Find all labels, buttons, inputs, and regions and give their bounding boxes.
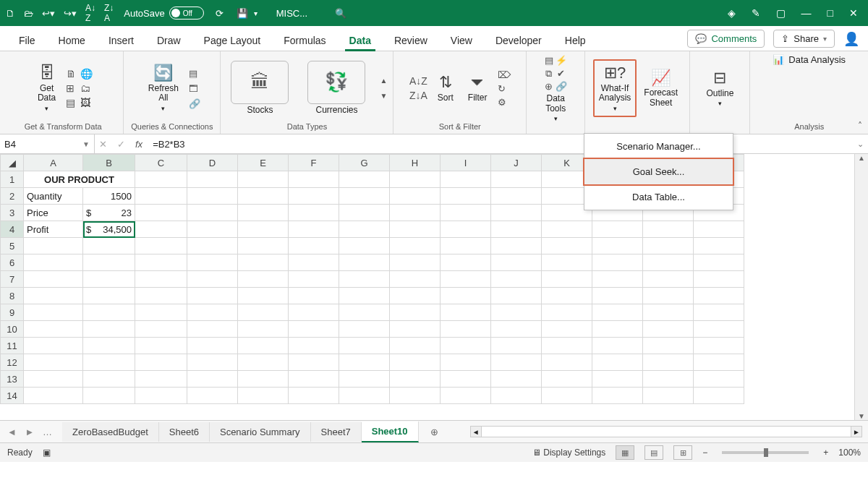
account-icon[interactable]: 👤	[843, 31, 859, 47]
name-box[interactable]: B4 ▼	[0, 134, 95, 153]
col-header[interactable]: J	[491, 155, 542, 171]
page-layout-view-button[interactable]: ▤	[644, 445, 663, 460]
filter-button[interactable]: ⏷Filter	[464, 72, 492, 104]
queries-icon[interactable]: ▤	[189, 68, 200, 79]
open-file-icon[interactable]: 🗁	[24, 8, 33, 19]
sheet-nav[interactable]: ◄ ► …	[0, 427, 62, 437]
row-header[interactable]: 9	[1, 304, 24, 321]
existing-conn-icon[interactable]: ▤	[66, 97, 76, 108]
clear-filter-icon[interactable]: ⌦	[498, 69, 511, 80]
row-header[interactable]: 1	[1, 171, 24, 188]
tab-home[interactable]: Home	[48, 30, 95, 51]
forecast-sheet-button[interactable]: 📈Forecast Sheet	[639, 67, 682, 110]
get-data-button[interactable]: 🗄Get Data▾	[33, 62, 60, 114]
row-header[interactable]: 11	[1, 338, 24, 354]
record-macro-icon[interactable]: ▣	[43, 448, 51, 458]
scroll-down-icon[interactable]: ▼	[858, 412, 865, 420]
row-header[interactable]: 2	[1, 188, 24, 205]
formula-input[interactable]: =B2*B3	[153, 139, 184, 150]
from-table-icon[interactable]: ⊞	[66, 82, 76, 94]
tab-page-layout[interactable]: Page Layout	[194, 30, 271, 51]
from-text-icon[interactable]: 🗎	[66, 68, 76, 80]
cell[interactable]: Profit	[24, 221, 83, 238]
tab-view[interactable]: View	[441, 30, 482, 51]
new-file-icon[interactable]: 🗋	[6, 8, 15, 19]
cell[interactable]: 1500	[83, 188, 135, 205]
sheet-tab[interactable]: ZeroBasedBudget	[62, 422, 159, 442]
col-header[interactable]: G	[339, 155, 390, 171]
row-header[interactable]: 4	[1, 221, 24, 238]
tab-help[interactable]: Help	[555, 30, 596, 51]
stocks-button[interactable]: 🏛Stocks	[226, 59, 293, 117]
fx-icon[interactable]: fx	[135, 139, 142, 150]
advanced-icon[interactable]: ⚙	[498, 97, 511, 108]
row-header[interactable]: 5	[1, 238, 24, 254]
sync-icon[interactable]: ⟳	[216, 8, 224, 19]
share-button[interactable]: ⇪Share▾	[773, 30, 835, 48]
col-header[interactable]: E	[238, 155, 289, 171]
ribbon-mode-icon[interactable]: ▢	[776, 7, 786, 19]
col-header[interactable]: I	[441, 155, 491, 171]
col-header[interactable]: F	[289, 155, 339, 171]
horizontal-scrollbar[interactable]: ◄►	[470, 426, 862, 437]
enter-entry-icon[interactable]: ✓	[117, 139, 125, 150]
cell[interactable]: $23	[83, 205, 135, 221]
sort-za-icon[interactable]: Z↓A	[409, 90, 427, 101]
row-header[interactable]: 8	[1, 288, 24, 304]
data-analysis-button[interactable]: 📊Data Analysis	[773, 54, 846, 65]
normal-view-button[interactable]: ▦	[616, 445, 634, 460]
outline-button[interactable]: ⊟Outline▾	[702, 67, 738, 108]
chevron-down-icon[interactable]: ▼	[82, 140, 90, 148]
row-header[interactable]: 14	[1, 388, 24, 404]
row-header[interactable]: 7	[1, 271, 24, 288]
row-header[interactable]: 13	[1, 371, 24, 388]
active-cell[interactable]: $34,500	[83, 221, 135, 238]
tab-formulas[interactable]: Formulas	[273, 30, 336, 51]
recent-sources-icon[interactable]: 🗂	[80, 82, 93, 94]
reapply-icon[interactable]: ↻	[498, 83, 511, 94]
properties-icon[interactable]: 🗔	[189, 83, 200, 94]
scroll-down-icon[interactable]: ▼	[380, 92, 387, 100]
currencies-button[interactable]: 💱Currencies	[303, 59, 370, 117]
save-icon[interactable]: 💾	[237, 8, 248, 19]
from-pic-icon[interactable]: 🖼	[80, 97, 93, 108]
zoom-in-button[interactable]: +	[823, 448, 828, 458]
sheet-tab[interactable]: Sheet6	[159, 422, 210, 442]
comments-button[interactable]: 💬Comments	[687, 30, 765, 48]
col-header[interactable]: C	[135, 155, 187, 171]
select-all-cell[interactable]: ◢	[1, 155, 24, 171]
cell[interactable]: Price	[24, 205, 83, 221]
get-transform-mini[interactable]: 🗎🌐 ⊞🗂 ▤🖼	[66, 68, 93, 108]
col-header[interactable]: D	[187, 155, 238, 171]
scroll-left-icon[interactable]: ◄	[471, 427, 482, 437]
col-header[interactable]: H	[390, 155, 441, 171]
sort-az-icon[interactable]: A↓Z	[409, 75, 427, 87]
scroll-right-icon[interactable]: ►	[851, 427, 861, 437]
tab-review[interactable]: Review	[384, 30, 438, 51]
sheet-tab-active[interactable]: Sheet10	[362, 421, 419, 442]
search-icon[interactable]: 🔍	[335, 8, 346, 19]
pen-icon[interactable]: ✎	[752, 7, 760, 19]
expand-formula-icon[interactable]: ⌄	[857, 140, 864, 149]
zoom-out-button[interactable]: −	[702, 448, 707, 458]
page-break-view-button[interactable]: ⊞	[673, 445, 692, 460]
diamond-icon[interactable]: ◈	[728, 7, 736, 19]
data-tools-button[interactable]: ▤⚡ ⧉✔ ⊕🔗 Data Tools▾	[540, 54, 571, 124]
sheet-tab[interactable]: Sheet7	[311, 422, 362, 442]
cancel-entry-icon[interactable]: ✕	[99, 139, 107, 150]
sort-asc-icon[interactable]: A↓Z	[85, 3, 95, 23]
vertical-scrollbar[interactable]: ▲▼	[854, 154, 868, 420]
what-if-analysis-button[interactable]: ⊞?What-If Analysis▾	[593, 59, 637, 116]
save-dropdown-icon[interactable]: ▾	[254, 9, 258, 17]
worksheet-grid[interactable]: ◢ A B C D E F G H I J K L M N 1 OUR PROD…	[0, 154, 868, 421]
collapse-ribbon-icon[interactable]: ˄	[858, 121, 862, 131]
redo-icon[interactable]: ↪▾	[64, 8, 77, 19]
col-header[interactable]: A	[24, 155, 83, 171]
tab-developer[interactable]: Developer	[485, 30, 552, 51]
zoom-level[interactable]: 100%	[838, 448, 861, 458]
tab-draw[interactable]: Draw	[147, 30, 191, 51]
scroll-up-icon[interactable]: ▲	[858, 154, 865, 162]
edit-links-icon[interactable]: 🔗	[189, 98, 200, 109]
row-header[interactable]: 12	[1, 354, 24, 371]
zoom-slider[interactable]	[722, 451, 809, 454]
